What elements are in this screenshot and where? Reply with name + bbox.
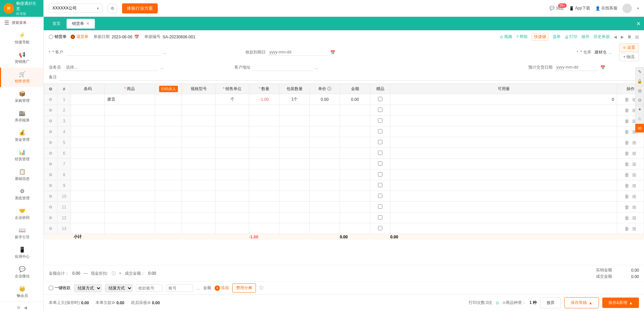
row-unit-11[interactable] — [216, 212, 249, 223]
row-product-5[interactable] — [105, 148, 155, 159]
trial-button[interactable]: 体验行业方案 — [122, 3, 158, 13]
row-unit-9[interactable] — [216, 191, 249, 202]
delete-icon-8[interactable]: 🗑 — [624, 183, 629, 188]
row-amount-3[interactable] — [340, 126, 370, 137]
row-price-1[interactable] — [310, 105, 340, 116]
row-amount-7[interactable] — [340, 169, 370, 180]
radio-return[interactable]: 退货单 — [71, 34, 88, 40]
sidebar-item-collab[interactable]: 🤝 企业协同 — [0, 204, 43, 224]
row-qty-11[interactable] — [249, 212, 279, 223]
row-barcode-6[interactable] — [71, 159, 105, 169]
row-gift-4[interactable] — [370, 137, 390, 148]
row-spec-3[interactable] — [182, 126, 216, 137]
float-btn-orange[interactable]: ✉ — [635, 124, 644, 132]
row-price-11[interactable] — [310, 212, 340, 223]
row-spec-7[interactable] — [182, 169, 216, 180]
sidebar-item-system[interactable]: ⚙ 系统管理 — [0, 185, 43, 204]
row-price-12[interactable] — [310, 223, 340, 234]
row-unit-3[interactable] — [216, 126, 249, 137]
user-avatar[interactable] — [622, 4, 632, 13]
row-unit-8[interactable] — [216, 180, 249, 191]
customer-dots[interactable]: ... — [163, 50, 166, 55]
row-gift-9[interactable] — [370, 191, 390, 202]
row-unit-7[interactable] — [216, 169, 249, 180]
salesperson-dots[interactable]: ... — [160, 65, 164, 70]
row-barcode-4[interactable] — [71, 137, 105, 148]
settings-button-form[interactable]: ⊙ 设置 — [619, 43, 639, 52]
row-barcode-7[interactable] — [71, 169, 105, 180]
row-price-3[interactable] — [310, 126, 340, 137]
discount-help-icon[interactable]: ⓘ — [112, 271, 116, 276]
abandon-button[interactable]: 放弃 — [540, 297, 561, 308]
row-price-6[interactable] — [310, 159, 340, 169]
copy-icon-6[interactable]: ⊞ — [632, 161, 636, 167]
row-qty-5[interactable] — [249, 148, 279, 159]
sidebar-item-apps[interactable]: 📱 应用中心 — [0, 243, 43, 263]
row-amount-1[interactable] — [340, 105, 370, 116]
tab-home[interactable]: 首页 — [47, 19, 66, 29]
sidebar-item-operations[interactable]: 📊 经营管理 — [0, 146, 43, 165]
row-amount-5[interactable] — [340, 148, 370, 159]
view-list-icon[interactable]: ≡ — [628, 34, 631, 40]
save-draft-button[interactable]: 保存草稿 ▲ — [564, 297, 599, 308]
row-gift-0[interactable] — [370, 94, 390, 105]
row-spec-5[interactable] — [182, 148, 216, 159]
row-spec-8[interactable] — [182, 180, 216, 191]
address-dots[interactable]: ... — [315, 65, 318, 70]
row-qty-6[interactable] — [249, 159, 279, 169]
add-button[interactable]: + 添加 — [215, 285, 229, 291]
row-qty-8[interactable] — [249, 180, 279, 191]
row-pack-12[interactable] — [279, 223, 310, 234]
row-price-10[interactable] — [310, 202, 340, 212]
row-qty-2[interactable] — [249, 116, 279, 126]
scan-enter-button[interactable]: 扫码录入 — [159, 86, 178, 92]
user-menu-icon[interactable]: ▾ — [637, 6, 639, 11]
logistics-button[interactable]: + 物流 — [619, 53, 639, 61]
row-spec-4[interactable] — [182, 137, 216, 148]
action-video[interactable]: ⊙ 视频 — [500, 34, 512, 40]
row-gift-6[interactable] — [370, 159, 390, 169]
row-unit-6[interactable] — [216, 159, 249, 169]
tab-sales-order[interactable]: 销货单 ✕ — [67, 19, 95, 29]
account-dots[interactable]: ... — [196, 286, 200, 290]
row-spec-9[interactable] — [182, 191, 216, 202]
row-amount-2[interactable] — [340, 116, 370, 126]
row-pack-7[interactable] — [279, 169, 310, 180]
warehouse-dots[interactable]: ... — [609, 50, 612, 55]
row-amount-10[interactable] — [340, 202, 370, 212]
sidebar-settings-icon[interactable]: ⚙ — [17, 305, 21, 310]
row-barcode-0[interactable] — [71, 94, 105, 105]
float-btn-2[interactable]: 🔒 — [635, 77, 644, 85]
row-unit-10[interactable] — [216, 202, 249, 212]
settlement-sub-select[interactable]: 结算方式 — [105, 284, 132, 292]
row-pack-6[interactable] — [279, 159, 310, 169]
action-shortcut[interactable]: 快捷键 — [532, 33, 548, 41]
row-gift-2[interactable] — [370, 116, 390, 126]
row-amount-0[interactable]: 0.00 — [340, 94, 370, 105]
copy-icon-10[interactable]: ⊞ — [632, 204, 636, 210]
app-download[interactable]: 📱 App下载 — [569, 5, 590, 11]
row-price-7[interactable] — [310, 169, 340, 180]
row-product-1[interactable] — [105, 105, 155, 116]
row-gift-5[interactable] — [370, 148, 390, 159]
delete-icon-10[interactable]: 🗑 — [624, 204, 629, 210]
row-price-9[interactable] — [310, 191, 340, 202]
payment-calendar-icon[interactable]: 📅 — [330, 50, 335, 55]
float-btn-4[interactable]: ⊙ — [635, 95, 644, 104]
message-container[interactable]: 💬 消息 99+ — [550, 5, 564, 11]
close-window-icon[interactable]: ✕ — [636, 21, 641, 27]
row-product-2[interactable] — [105, 116, 155, 126]
company-selector[interactable]: XXXXXX公司 ▾ — [49, 4, 103, 13]
action-select[interactable]: 选单 — [553, 34, 561, 40]
row-pack-11[interactable] — [279, 212, 310, 223]
row-pack-1[interactable] — [279, 105, 310, 116]
delete-icon-4[interactable]: 🗑 — [624, 140, 629, 145]
row-qty-1[interactable] — [249, 105, 279, 116]
row-gift-10[interactable] — [370, 202, 390, 212]
row-barcode-2[interactable] — [71, 116, 105, 126]
row-spec-12[interactable] — [182, 223, 216, 234]
payment-account-input[interactable] — [136, 284, 163, 292]
row-product-0[interactable]: 拨贡 — [105, 94, 155, 105]
nav-next-icon[interactable]: ▶ — [621, 35, 624, 39]
radio-sale[interactable]: 销货单 — [49, 34, 67, 40]
